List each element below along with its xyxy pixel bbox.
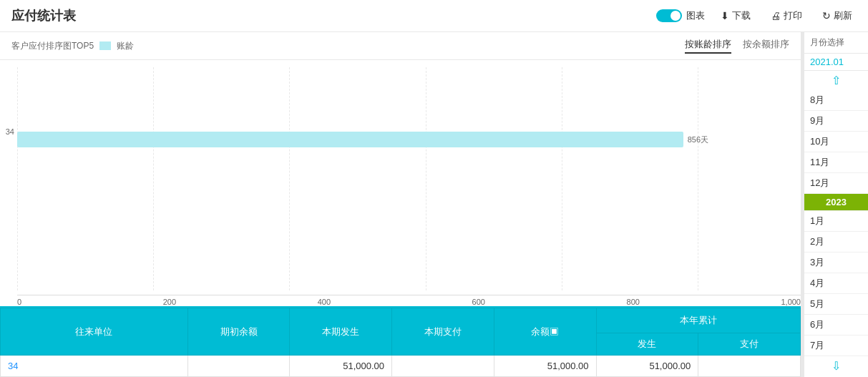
month-item-1[interactable]: 1月	[804, 211, 868, 232]
th-ytd-payment: 支付	[698, 333, 801, 356]
month-item-12[interactable]: 12月	[804, 173, 868, 194]
table-section: 往来单位 期初余额 本期发生 本期支付 余额▣ 本年累计 发生 支付	[0, 306, 801, 377]
cell-balance: 51,000.00	[494, 356, 596, 377]
print-label: 打印	[784, 9, 802, 22]
legend-color-box	[99, 41, 111, 50]
header: 应付统计表 图表 ⬇ 下载 🖨 打印 ↻ 刷新	[0, 0, 868, 32]
refresh-icon: ↻	[822, 10, 831, 21]
month-panel: 月份选择 2021.01 ⇧ 8月 9月 10月 11月 12月 2023 1月…	[804, 32, 868, 377]
bar-end-label: 856天	[688, 134, 708, 145]
print-button[interactable]: 🖨 打印	[766, 8, 806, 24]
month-item-10[interactable]: 10月	[804, 132, 868, 152]
th-source-unit: 往来单位	[1, 308, 188, 356]
download-icon: ⬇	[721, 10, 729, 21]
month-nav-up-button[interactable]: ⇧	[804, 71, 868, 90]
x-axis-800: 800	[627, 298, 640, 306]
year-label-2023: 2023	[804, 194, 868, 211]
x-axis: 0 200 400 600 800 1,000	[17, 295, 801, 306]
grid-line-800	[562, 67, 562, 290]
table-header-row: 往来单位 期初余额 本期发生 本期支付 余额▣ 本年累计	[1, 308, 801, 333]
cell-current-occurrence: 51,000.00	[290, 356, 392, 377]
x-axis-1000: 1,000	[781, 298, 801, 306]
x-axis-400: 400	[318, 298, 331, 306]
th-current-payment: 本期支付	[392, 308, 494, 356]
bar-y-label: 34	[0, 127, 14, 136]
main-content: 客户应付排序图TOP5 账龄 按账龄排序 按余额排序	[0, 32, 868, 377]
refresh-label: 刷新	[834, 9, 852, 22]
month-panel-year[interactable]: 2021.01	[804, 54, 868, 71]
header-actions: 图表 ⬇ 下载 🖨 打印 ↻ 刷新	[656, 8, 857, 24]
cell-current-payment	[392, 356, 494, 377]
chart-top-bar: 客户应付排序图TOP5 账龄 按账龄排序 按余额排序	[0, 32, 801, 60]
main-table: 往来单位 期初余额 本期发生 本期支付 余额▣ 本年累计 发生 支付	[0, 308, 801, 377]
th-current-occurrence: 本期发生	[290, 308, 392, 356]
table-row: 34 51,000.00 51,000.00 51,000.00	[1, 356, 801, 377]
cell-ytd-occurrence: 51,000.00	[596, 356, 698, 377]
download-button[interactable]: ⬇ 下载	[716, 8, 755, 24]
chart-toggle-wrapper[interactable]: 图表	[656, 9, 705, 22]
bar-fill	[17, 132, 683, 147]
legend-text: 客户应付排序图TOP5	[11, 40, 94, 52]
chart-legend: 客户应付排序图TOP5 账龄	[11, 40, 134, 52]
month-item-4[interactable]: 4月	[804, 273, 868, 294]
refresh-button[interactable]: ↻ 刷新	[818, 8, 857, 24]
grid-line-1000	[698, 67, 698, 290]
month-item-5[interactable]: 5月	[804, 294, 868, 315]
month-panel-header: 月份选择	[804, 32, 868, 54]
cell-opening-balance	[187, 356, 290, 377]
chart-section: 客户应付排序图TOP5 账龄 按账龄排序 按余额排序	[0, 32, 801, 377]
page-title: 应付统计表	[11, 7, 76, 24]
chart-toggle-label: 图表	[686, 9, 705, 22]
month-item-6[interactable]: 6月	[804, 315, 868, 336]
x-axis-0: 0	[17, 298, 21, 306]
download-label: 下载	[732, 9, 751, 22]
month-item-3[interactable]: 3月	[804, 253, 868, 273]
x-axis-600: 600	[472, 298, 485, 306]
month-item-11[interactable]: 11月	[804, 152, 868, 173]
chart-sort-buttons: 按账龄排序 按余额排序	[685, 38, 789, 54]
grid-line-200	[153, 67, 154, 290]
cell-source-unit[interactable]: 34	[1, 356, 188, 377]
th-ytd: 本年累计	[596, 308, 800, 333]
table-wrapper: 往来单位 期初余额 本期发生 本期支付 余额▣ 本年累计 发生 支付	[0, 308, 801, 377]
grid-line-600	[426, 67, 426, 290]
grid-line-0	[17, 67, 18, 290]
month-item-9[interactable]: 9月	[804, 111, 868, 132]
th-balance: 余额▣	[494, 308, 596, 356]
th-opening-balance: 期初余额	[187, 308, 290, 356]
th-ytd-occurrence: 发生	[596, 333, 698, 356]
sort-by-amount-button[interactable]: 按余额排序	[743, 38, 789, 54]
legend-box-label: 账龄	[117, 40, 134, 52]
print-icon: 🖨	[771, 10, 781, 21]
cell-ytd-payment	[698, 356, 801, 377]
month-item-7[interactable]: 7月	[804, 336, 868, 356]
x-axis-200: 200	[163, 298, 176, 306]
chart-area: 34 856天 0 200 400 600 800 1,000	[0, 60, 801, 306]
month-item-2[interactable]: 2月	[804, 232, 868, 253]
month-item-8[interactable]: 8月	[804, 90, 868, 111]
grid-line-400	[289, 67, 290, 290]
month-nav-down-button[interactable]: ⇩	[804, 356, 868, 376]
chart-toggle[interactable]	[656, 9, 682, 22]
sort-by-balance-button[interactable]: 按账龄排序	[685, 38, 731, 54]
